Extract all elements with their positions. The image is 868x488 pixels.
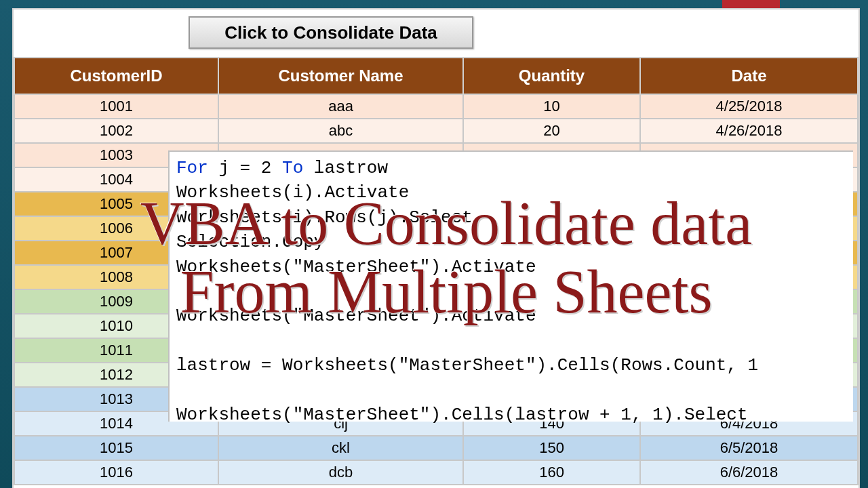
table-row[interactable]: 1001aaa104/25/2018	[14, 94, 858, 119]
table-row[interactable]: 1016dcb1606/6/2018	[14, 460, 858, 485]
cell-id[interactable]: 1001	[14, 94, 218, 119]
header-row: CustomerID Customer Name Quantity Date	[14, 58, 858, 94]
cell-qty[interactable]: 150	[463, 436, 640, 460]
cell-name[interactable]: abc	[218, 119, 463, 143]
cell-qty[interactable]: 10	[463, 94, 640, 119]
cell-qty[interactable]: 20	[463, 119, 640, 143]
cell-name[interactable]: aaa	[218, 94, 463, 119]
col-quantity[interactable]: Quantity	[463, 58, 640, 94]
consolidate-button[interactable]: Click to Consolidate Data	[189, 16, 473, 49]
table-row[interactable]: 1015ckl1506/5/2018	[14, 436, 858, 460]
col-customername[interactable]: Customer Name	[218, 58, 463, 94]
cell-name[interactable]: ckl	[218, 436, 463, 460]
table-row[interactable]: 1002abc204/26/2018	[14, 119, 858, 143]
col-date[interactable]: Date	[640, 58, 858, 94]
cell-date[interactable]: 4/25/2018	[640, 94, 858, 119]
cell-qty[interactable]: 160	[463, 460, 640, 485]
cell-date[interactable]: 4/26/2018	[640, 119, 858, 143]
vba-code-editor[interactable]: For j = 2 To lastrow Worksheets(i).Activ…	[168, 150, 853, 422]
cell-name[interactable]: dcb	[218, 460, 463, 485]
cell-id[interactable]: 1002	[14, 119, 218, 143]
cell-id[interactable]: 1016	[14, 460, 218, 485]
cell-date[interactable]: 6/5/2018	[640, 436, 858, 460]
cell-date[interactable]: 6/6/2018	[640, 460, 858, 485]
worksheet-area: Click to Consolidate Data CustomerID Cus…	[12, 8, 860, 488]
cell-id[interactable]: 1015	[14, 436, 218, 460]
col-customerid[interactable]: CustomerID	[14, 58, 218, 94]
